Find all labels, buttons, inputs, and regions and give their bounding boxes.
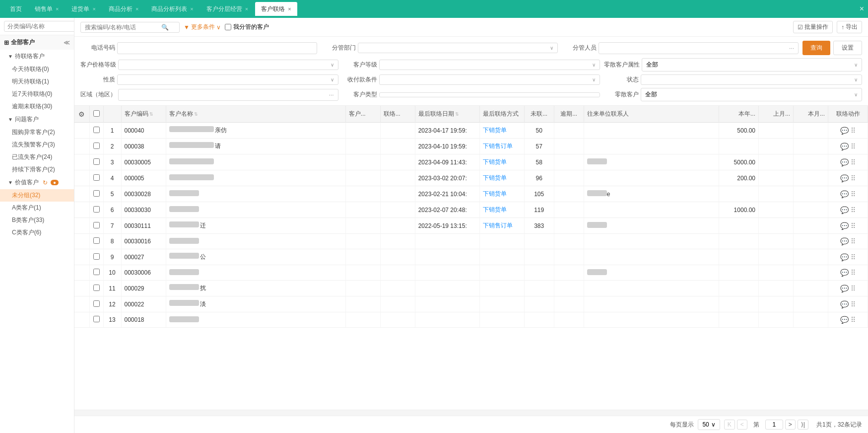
zero-retail-select[interactable]: 全部 ∨ xyxy=(641,88,862,101)
more-icon[interactable]: ⠿ xyxy=(851,237,856,245)
th-name[interactable]: 客户名称 ⇅ xyxy=(166,106,345,123)
zero-retail-attr-select[interactable]: 全部 ∨ xyxy=(642,58,862,72)
sidebar-item-overdue[interactable]: 逾期未联络(30) xyxy=(0,100,74,113)
page-input[interactable] xyxy=(765,420,783,430)
more-icon[interactable]: ⠿ xyxy=(851,222,856,230)
row-checkbox[interactable] xyxy=(93,206,100,213)
manager-select[interactable]: ··· xyxy=(599,42,799,54)
customer-level-select[interactable]: ∨ xyxy=(379,60,601,70)
sidebar-all-customers[interactable]: ⊞ 全部客户 ≪ xyxy=(0,35,74,50)
more-icon[interactable]: ⠿ xyxy=(851,300,856,308)
more-icon[interactable]: ⠿ xyxy=(851,269,856,277)
tab-product-analysis[interactable]: 商品分析 × xyxy=(103,2,144,16)
sidebar-group-problem[interactable]: ▼ 问题客户 xyxy=(0,113,74,126)
sidebar-item-churn-warning[interactable]: 流失预警客户(3) xyxy=(0,139,74,151)
more-conditions-btn[interactable]: ▼ 更多条件 ∨ xyxy=(184,23,221,31)
sidebar-item-tomorrow[interactable]: 明天待联络(1) xyxy=(0,75,74,88)
more-icon[interactable]: ⠿ xyxy=(851,143,856,150)
sidebar-item-ungrouped[interactable]: 未分组(32) xyxy=(0,189,74,202)
tab-purchase[interactable]: 进货单 × xyxy=(66,2,101,16)
last-method-link[interactable]: 下销货单 xyxy=(483,127,507,134)
row-checkbox[interactable] xyxy=(93,285,100,291)
tab-product-list[interactable]: 商品分析列表 × xyxy=(145,2,199,16)
last-page-btn[interactable]: ⟩| xyxy=(798,420,808,430)
tab-customer-contact[interactable]: 客户联络 × xyxy=(255,2,297,16)
sidebar-item-class-a[interactable]: A类客户(1) xyxy=(0,202,74,214)
chat-icon[interactable]: 💬 xyxy=(840,300,849,308)
next-page-btn[interactable]: > xyxy=(785,420,796,430)
close-window-btn[interactable]: × xyxy=(860,4,864,13)
last-method-link[interactable]: 下销货单 xyxy=(483,174,507,181)
sidebar-item-churned[interactable]: 已流失客户(24) xyxy=(0,151,74,163)
more-icon[interactable]: ⠿ xyxy=(851,206,856,214)
chat-icon[interactable]: 💬 xyxy=(840,143,849,150)
my-customers-checkbox[interactable] xyxy=(225,24,231,30)
nature-select[interactable]: ∨ xyxy=(117,74,338,85)
row-checkbox[interactable] xyxy=(93,222,100,228)
row-checkbox[interactable] xyxy=(93,237,100,244)
more-icon[interactable]: ⠿ xyxy=(851,316,856,324)
chat-icon[interactable]: 💬 xyxy=(840,269,849,277)
more-icon[interactable]: ⠿ xyxy=(851,285,856,292)
status-select[interactable]: ∨ xyxy=(641,74,862,85)
manager-dots[interactable]: ··· xyxy=(789,45,794,52)
sidebar-item-class-c[interactable]: C类客户(6) xyxy=(0,226,74,239)
chat-icon[interactable]: 💬 xyxy=(840,158,849,166)
th-last-date[interactable]: 最后联络日期 ⇅ xyxy=(415,106,479,123)
sidebar-item-class-b[interactable]: B类客户(33) xyxy=(0,214,74,226)
search-button[interactable]: 查询 xyxy=(802,41,830,55)
customer-type-select[interactable] xyxy=(379,92,601,97)
chat-icon[interactable]: 💬 xyxy=(840,237,849,245)
chat-icon[interactable]: 💬 xyxy=(840,222,849,230)
more-icon[interactable]: ⠿ xyxy=(851,174,856,182)
h-scroll-area[interactable] xyxy=(74,410,868,416)
last-method-link[interactable]: 下销货单 xyxy=(483,158,507,165)
chat-icon[interactable]: 💬 xyxy=(840,206,849,214)
chat-icon[interactable]: 💬 xyxy=(840,190,849,198)
search-input[interactable] xyxy=(85,24,159,31)
chat-icon[interactable]: 💬 xyxy=(840,127,849,135)
chat-icon[interactable]: 💬 xyxy=(840,316,849,324)
tab-product-analysis-close[interactable]: × xyxy=(135,6,138,12)
batch-operation-btn[interactable]: ☑ 批量操作 xyxy=(793,21,833,33)
sidebar-collapse-icon[interactable]: ≪ xyxy=(64,39,70,46)
chat-icon[interactable]: 💬 xyxy=(840,285,849,292)
last-method-link[interactable]: 下销货单 xyxy=(483,190,507,197)
row-checkbox[interactable] xyxy=(93,300,100,307)
last-method-link[interactable]: 下销售订单 xyxy=(483,143,513,149)
sidebar-item-7days[interactable]: 近7天待联络(0) xyxy=(0,88,74,100)
export-btn[interactable]: ↑ 导出 xyxy=(837,21,862,33)
payment-select[interactable]: ∨ xyxy=(379,74,601,85)
sidebar-group-pending[interactable]: ▼ 待联络客户 xyxy=(0,50,74,63)
gear-icon[interactable]: ⚙ xyxy=(78,110,85,118)
row-checkbox[interactable] xyxy=(93,158,100,165)
dept-select[interactable]: ∨ xyxy=(358,43,558,53)
area-select[interactable]: ··· xyxy=(118,89,338,101)
sidebar-search-input[interactable] xyxy=(4,21,74,32)
tab-purchase-close[interactable]: × xyxy=(92,6,95,12)
refresh-icon[interactable]: ↻ xyxy=(43,179,48,186)
tab-sales[interactable]: 销售单 × xyxy=(29,2,65,16)
last-method-link[interactable]: 下销售订单 xyxy=(483,222,513,229)
first-page-btn[interactable]: K xyxy=(724,420,735,430)
tab-customer-tier[interactable]: 客户分层经营 × xyxy=(200,2,254,16)
area-dots[interactable]: ··· xyxy=(329,91,334,98)
search-icon[interactable]: 🔍 xyxy=(161,24,169,31)
row-checkbox[interactable] xyxy=(93,174,100,181)
sidebar-item-declining[interactable]: 持续下滑客户(2) xyxy=(0,163,74,176)
row-checkbox[interactable] xyxy=(93,316,100,322)
more-icon[interactable]: ⠿ xyxy=(851,127,856,135)
chat-icon[interactable]: 💬 xyxy=(840,174,849,182)
row-checkbox[interactable] xyxy=(93,253,100,260)
more-icon[interactable]: ⠿ xyxy=(851,253,856,261)
tab-customer-tier-close[interactable]: × xyxy=(245,6,248,12)
sidebar-item-abnormal[interactable]: 囤购异常客户(2) xyxy=(0,126,74,139)
more-icon[interactable]: ⠿ xyxy=(851,158,856,166)
tab-product-list-close[interactable]: × xyxy=(190,6,193,12)
reset-button[interactable]: 设置 xyxy=(833,41,862,55)
row-checkbox[interactable] xyxy=(93,127,100,133)
more-icon[interactable]: ⠿ xyxy=(851,190,856,198)
row-checkbox[interactable] xyxy=(93,269,100,275)
my-customers-checkbox-label[interactable]: 我分管的客户 xyxy=(225,23,269,31)
tab-home[interactable]: 首页 xyxy=(4,2,28,16)
